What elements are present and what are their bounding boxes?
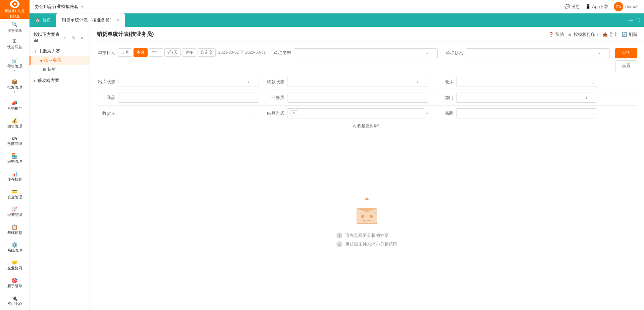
date-btn-this-year[interactable]: 本年 xyxy=(149,48,163,57)
date-btn-7days[interactable]: 近7天 xyxy=(164,48,181,57)
tab-maximize-icon[interactable]: ⛶ xyxy=(636,18,640,23)
settlement-label: 结算方式 xyxy=(266,110,287,116)
message-button[interactable]: 💬 消息 xyxy=(565,4,580,10)
scheme-item-salesman[interactable]: ● 按业务员 xyxy=(30,56,90,65)
scheme-group-desktop-header[interactable]: ▼ 电脑端方案 xyxy=(30,47,90,56)
setting-button[interactable]: 设置 xyxy=(615,60,637,71)
brand-input[interactable]: ... xyxy=(456,108,597,118)
receiver-dots[interactable]: ... xyxy=(253,111,259,116)
sidebar-item-system[interactable]: ⚙️ 系统管理 xyxy=(0,239,29,256)
marketing-icon: 📣 xyxy=(11,100,18,106)
sidebar-item-beginner[interactable]: 🎯 新手引导 xyxy=(0,274,29,292)
date-picker-group: 上月 本月 本年 近7天 更多 自定义 2023-03-01 至 2023-03… xyxy=(118,48,266,57)
page-actions: ❓ 帮助 🖨 按模板打印 ▾ 📤 导出 🔄 刷新 xyxy=(548,32,637,38)
settlement-tag: ✕ xyxy=(290,110,298,116)
user-menu[interactable]: Ea demo2 xyxy=(614,2,639,11)
query-button[interactable]: 查询 xyxy=(615,48,637,58)
sidebar-item-inventory[interactable]: 📊 库存核算 xyxy=(0,167,29,185)
svg-point-5 xyxy=(361,215,364,218)
sidebar-item-marketing[interactable]: 📣 营销推广 xyxy=(0,97,29,114)
tree-expand-icon: ▼ xyxy=(34,49,37,53)
help-button[interactable]: ❓ 帮助 xyxy=(548,32,564,38)
warehouse-dots[interactable]: ... xyxy=(590,80,594,85)
empty-step-1: 1 请先选择要分析的方案 xyxy=(336,232,397,239)
settlement-input-wrap[interactable]: ✕ xyxy=(287,108,425,118)
avatar-initials: Ea xyxy=(616,5,621,9)
sidebar-item-basic-label: 基础信息 xyxy=(7,230,22,235)
add-scheme-button[interactable]: + xyxy=(61,34,68,41)
tab-sales-report[interactable]: 销货单统计表（按业务员） ✕ xyxy=(56,13,125,27)
warehouse-input[interactable]: ... xyxy=(456,77,597,87)
salesman-input[interactable]: ... xyxy=(287,93,428,103)
retail-icon: 🛒 xyxy=(11,58,18,64)
sidebar-search-menu[interactable]: 🔍 搜索菜单 xyxy=(0,19,29,36)
tab-close-icon[interactable]: ✕ xyxy=(116,18,119,22)
sidebar-item-sales[interactable]: 💰 销售管理 xyxy=(0,114,29,132)
scheme-group-desktop-label: 电脑端方案 xyxy=(39,48,60,54)
sidebar-logo[interactable]: 畅捷通好生意 标账版 xyxy=(0,0,30,19)
collapse-label: 收起更多条件 xyxy=(357,123,381,129)
sidebar-item-sales-label: 销售管理 xyxy=(7,124,22,129)
sidebar-search-label: 搜索菜单 xyxy=(7,28,22,33)
date-btn-last-month[interactable]: 上月 xyxy=(118,48,132,57)
message-label: 消息 xyxy=(571,4,580,10)
app-download-button[interactable]: 📱 App下载 xyxy=(585,4,608,10)
sidebar-item-basic[interactable]: 📋 基础信息 xyxy=(0,221,29,239)
receiver-input[interactable] xyxy=(118,109,253,118)
receipt-status-label: 收款状态 xyxy=(266,79,287,85)
doc-status-select[interactable]: ▾ xyxy=(466,48,610,58)
collapse-more-conditions[interactable]: ⋀ 收起更多条件 xyxy=(97,121,637,131)
settlement-arrow[interactable]: ▾ xyxy=(426,112,428,115)
wholesale-arrow: ▴ xyxy=(14,90,15,93)
sidebar-item-retail-label: 零售管理 xyxy=(7,64,22,69)
goods-dots[interactable]: ... xyxy=(252,95,256,100)
brand-dots[interactable]: ... xyxy=(590,111,594,116)
empty-illustration xyxy=(347,194,387,227)
sidebar-item-operations[interactable]: 📈 经营管理 xyxy=(0,203,29,221)
sidebar-item-operations-label: 经营管理 xyxy=(7,212,22,217)
edit-scheme-button[interactable]: ✎ xyxy=(70,34,77,41)
wholesale-icon: 📦 xyxy=(11,79,18,85)
collapse-panel-button[interactable]: « xyxy=(79,34,86,41)
basic-icon: 📋 xyxy=(11,224,18,230)
date-btn-this-month[interactable]: 本月 xyxy=(133,48,148,57)
sidebar-quick-nav[interactable]: ⊞ 快捷导航 xyxy=(0,36,29,52)
salesman-dots[interactable]: ... xyxy=(421,95,425,100)
sidebar-item-ecommerce[interactable]: 🛍 电商管理 xyxy=(0,132,29,150)
out-status-select[interactable]: ▾ xyxy=(118,77,259,87)
left-panel-actions: + ✎ « xyxy=(61,34,86,41)
receipt-status-select[interactable]: ▾ xyxy=(287,77,428,87)
sidebar-item-purchase[interactable]: 🏪 采购管理 xyxy=(0,150,29,167)
date-btn-custom[interactable]: 自定义 xyxy=(198,48,216,57)
doc-type-select[interactable]: ▾ xyxy=(294,48,438,58)
salesman-control: ... xyxy=(287,93,428,103)
download-icon: 📱 xyxy=(585,4,591,9)
sidebar-item-retail[interactable]: 🛒 零售管理 ▾ xyxy=(0,54,29,75)
sidebar-nav-label: 快捷导航 xyxy=(7,45,22,50)
date-btn-more[interactable]: 更多 xyxy=(182,48,196,57)
export-button[interactable]: 📤 导出 xyxy=(602,32,618,38)
sidebar-item-wholesale[interactable]: 📦 批发管理 ▴ xyxy=(0,75,29,97)
scheme-item-order[interactable]: ⊞ 按单 xyxy=(30,65,90,73)
dept-select[interactable]: ▾ xyxy=(456,93,597,103)
sidebar-item-apps[interactable]: 🔌 应用中心 xyxy=(0,292,29,310)
empty-step-2: 2 用过滤条件来缩小分析范围 xyxy=(336,241,397,247)
goods-input[interactable]: ... xyxy=(118,93,259,103)
print-arrow: ▾ xyxy=(597,33,598,36)
scheme-salesman-icon: ● xyxy=(40,58,43,63)
scheme-salesman-label: 按业务员 xyxy=(44,57,61,63)
refresh-button[interactable]: 🔄 刷新 xyxy=(622,32,637,38)
step-1-text: 请先选择要分析的方案 xyxy=(345,232,389,239)
tree-mobile-expand-icon: ▶ xyxy=(34,79,36,83)
tab-home[interactable]: 🏠 首页 xyxy=(30,13,56,27)
refresh-label: 刷新 xyxy=(629,32,637,38)
print-button[interactable]: 🖨 按模板打印 ▾ xyxy=(568,32,598,38)
warehouse-label: 仓库 xyxy=(435,79,456,85)
tab-minimize-icon[interactable]: — xyxy=(629,18,633,23)
scheme-group-mobile-header[interactable]: ▶ 移动端方案 xyxy=(30,76,90,85)
sidebar-item-enterprise[interactable]: 🤝 企业协同 xyxy=(0,256,29,274)
sidebar-item-finance[interactable]: 💳 资金管理 xyxy=(0,185,29,203)
refresh-icon: 🔄 xyxy=(622,32,627,37)
home-icon: 🏠 xyxy=(35,18,40,23)
settlement-tag-close[interactable]: ✕ xyxy=(292,111,296,116)
